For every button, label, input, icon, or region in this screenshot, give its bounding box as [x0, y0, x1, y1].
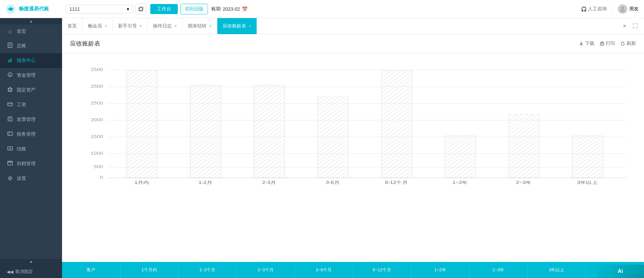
sidebar-item-label: 工资 — [17, 102, 26, 108]
footer-col-2-3y: 2~3年 — [470, 262, 528, 278]
tab-label: 应收账龄表 — [223, 23, 246, 29]
pin-icon: ◀◀ — [7, 269, 13, 274]
sidebar-item-tax[interactable]: 税务管理 — [0, 127, 62, 142]
refresh-icon — [621, 41, 625, 46]
svg-text:1000: 1000 — [91, 151, 103, 155]
svg-text:2000: 2000 — [91, 118, 103, 122]
download-button[interactable]: 下载 — [579, 41, 594, 47]
tab-guide[interactable]: 新手引导 × — [113, 18, 148, 34]
svg-rect-21 — [8, 132, 12, 135]
tab-oplog[interactable]: 操作日志 × — [148, 18, 182, 34]
tab-close-all-button[interactable]: × — [620, 21, 629, 31]
svg-text:1-2月: 1-2月 — [199, 180, 213, 185]
sidebar-item-home[interactable]: ⌂ 首页 — [0, 24, 62, 39]
footer-col-2-3m: 2~3个月 — [237, 262, 295, 278]
tab-close-icon[interactable]: × — [105, 24, 107, 28]
svg-rect-49 — [254, 85, 284, 178]
svg-rect-53 — [381, 71, 412, 178]
funds-icon: ¥ — [7, 72, 13, 79]
consult-label: 人工咨询 — [588, 6, 607, 12]
sidebar-item-archive[interactable]: 归档管理 — [0, 156, 62, 171]
ai-button[interactable]: Ai — [597, 265, 644, 278]
svg-rect-28 — [601, 44, 603, 44]
tab-close-icon[interactable]: × — [249, 24, 251, 28]
tab-home[interactable]: 首页 — [62, 18, 83, 34]
sidebar-item-ledger[interactable]: 总账 — [0, 39, 62, 53]
tab-label: 首页 — [67, 23, 77, 29]
copy-icon — [138, 6, 144, 12]
sidebar-item-label: 税务管理 — [17, 131, 36, 137]
aging-chart: 2500 2500 2500 2000 1500 1000 500 0 — [70, 60, 636, 187]
company-name: 1111 — [69, 6, 125, 12]
tab-label: 畅会员 — [88, 23, 102, 29]
sidebar-item-label: 首页 — [17, 28, 26, 34]
sidebar-bottom: ▼ ◀◀ 取消固定 — [0, 259, 62, 278]
tab-member[interactable]: 畅会员 × — [83, 18, 113, 34]
user-menu-button[interactable]: 用友 — [618, 4, 639, 14]
svg-text:0: 0 — [100, 175, 103, 180]
tab-expand-button[interactable]: ⛶ — [631, 21, 640, 31]
switch-version-button[interactable]: 切到旧版 — [180, 4, 208, 14]
sidebar-item-salary[interactable]: 工资 — [0, 97, 62, 112]
consult-button[interactable]: 🎧 人工咨询 — [581, 6, 607, 12]
tab-close-icon[interactable]: × — [174, 24, 177, 28]
print-label: 打印 — [606, 41, 615, 47]
svg-rect-9 — [9, 61, 10, 62]
table-footer: 客户 1个月内 1~2个月 2~3个月 3~6个月 6~12个月 1~2年 2~… — [62, 262, 644, 278]
tab-aging[interactable]: 应收账龄表 × — [217, 18, 257, 34]
svg-text:2500: 2500 — [91, 101, 103, 105]
user-avatar — [618, 4, 627, 14]
svg-rect-47 — [190, 85, 221, 178]
app-header: 畅捷通易代账 1111 ▾ 工作台 切到旧版 账期 2023-02 📅 🎧 人工… — [0, 0, 644, 18]
footer-col-1m: 1个月内 — [120, 262, 179, 278]
page-content: 应收账龄表 下载 打印 刷新 — [62, 34, 644, 262]
refresh-label: 刷新 — [627, 41, 636, 47]
checkout-icon — [7, 146, 13, 152]
footer-col-3-6m: 3~6个月 — [295, 262, 353, 278]
svg-text:3年以上: 3年以上 — [577, 180, 598, 185]
print-button[interactable]: 打印 — [600, 41, 615, 47]
footer-col-6-12m: 6~12个月 — [353, 262, 412, 278]
headset-icon: 🎧 — [581, 6, 587, 12]
sidebar-item-settings[interactable]: ⚙ 设置 — [0, 171, 62, 186]
sidebar-scroll-up[interactable]: ▲ — [0, 18, 62, 24]
page-actions: 下载 打印 刷新 — [579, 41, 636, 47]
sidebar-item-reports[interactable]: 报表中心 — [0, 53, 62, 68]
sidebar-item-label: 结账 — [17, 146, 26, 152]
sidebar-item-label: 报表中心 — [17, 58, 36, 64]
svg-rect-8 — [8, 62, 9, 62]
company-selector[interactable]: 1111 ▾ — [66, 5, 133, 13]
tab-close-icon[interactable]: × — [140, 24, 142, 28]
footer-col-1-2y: 1~2年 — [411, 262, 470, 278]
tab-label: 操作日志 — [153, 23, 172, 29]
footer-col-1-2m: 1~2个月 — [178, 262, 237, 278]
svg-rect-10 — [11, 60, 11, 62]
footer-col-customer: 客户 — [62, 262, 120, 278]
tab-period-end[interactable]: 期末结转 × — [182, 18, 217, 34]
user-name: 用友 — [629, 6, 639, 12]
download-icon — [579, 41, 584, 46]
archive-icon — [7, 160, 13, 167]
refresh-button[interactable]: 刷新 — [621, 41, 636, 47]
svg-text:1500: 1500 — [91, 134, 103, 139]
svg-point-3 — [621, 7, 624, 9]
workbench-button[interactable]: 工作台 — [150, 4, 178, 14]
sidebar-item-assets[interactable]: 固定资产 — [0, 83, 62, 97]
print-icon — [600, 41, 604, 46]
content-area: 首页 畅会员 × 新手引导 × 操作日志 × 期末结转 × — [62, 18, 644, 278]
calendar-icon[interactable]: 📅 — [242, 6, 248, 12]
header-right: 🎧 人工咨询 用友 — [581, 4, 639, 14]
svg-text:3-6月: 3-6月 — [326, 180, 340, 185]
tab-close-icon[interactable]: × — [209, 24, 212, 28]
cancel-fixed-button[interactable]: ◀◀ 取消固定 — [0, 265, 62, 278]
svg-text:500: 500 — [94, 164, 103, 169]
sidebar-scroll-down[interactable]: ▼ — [0, 259, 62, 265]
sidebar-item-funds[interactable]: ¥ 资金管理 — [0, 68, 62, 83]
copy-button[interactable] — [136, 4, 146, 14]
cancel-fixed-label: 取消固定 — [15, 269, 33, 275]
settings-icon: ⚙ — [7, 175, 13, 182]
sidebar-item-checkout[interactable]: 结账 — [0, 142, 62, 156]
sidebar-item-label: 资金管理 — [17, 72, 36, 78]
sidebar-item-label: 总账 — [17, 43, 26, 49]
sidebar-item-invoice[interactable]: 发票管理 — [0, 112, 62, 127]
